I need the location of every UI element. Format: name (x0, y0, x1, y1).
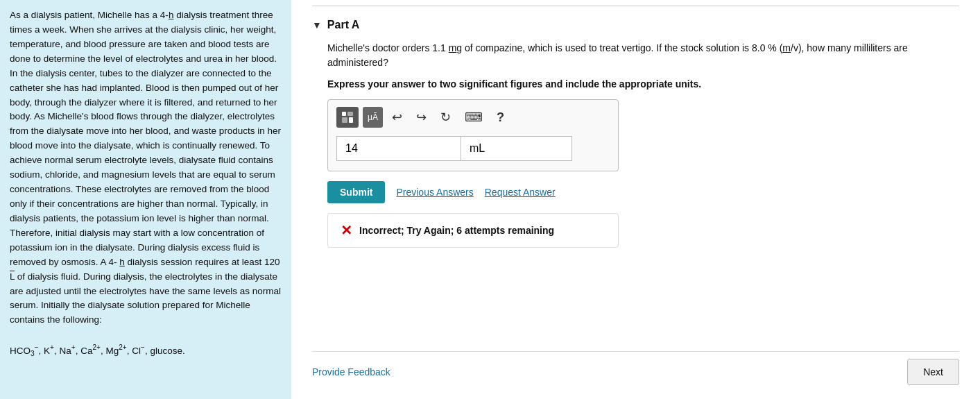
answer-value-input[interactable] (336, 136, 461, 161)
part-header: ▼ Part A (312, 19, 959, 31)
bottom-bar: Provide Feedback Next (312, 351, 959, 385)
submit-button[interactable]: Submit (327, 181, 385, 203)
incorrect-icon: ✕ (341, 222, 352, 239)
answer-container: μÃ ↩ ↪ ↻ ⌨ ? (327, 99, 619, 171)
feedback-text: Incorrect; Try Again; 6 attempts remaini… (359, 225, 554, 236)
request-answer-button[interactable]: Request Answer (485, 187, 556, 198)
answer-units-input[interactable] (461, 136, 572, 161)
right-panel: ▼ Part A Michelle's doctor orders 1.1 mg… (291, 0, 980, 399)
svg-rect-3 (349, 117, 353, 123)
instruction-text: Express your answer to two significant f… (327, 78, 959, 90)
grid-icon-button[interactable] (336, 107, 359, 128)
feedback-box: ✕ Incorrect; Try Again; 6 attempts remai… (327, 213, 619, 248)
top-divider (312, 6, 959, 6)
toolbar: μÃ ↩ ↪ ↻ ⌨ ? (336, 107, 610, 128)
keyboard-button[interactable]: ⌨ (460, 107, 488, 128)
refresh-button[interactable]: ↻ (436, 107, 456, 128)
context-text: As a dialysis patient, Michelle has a 4-… (10, 8, 282, 359)
question-text: Michelle's doctor orders 1.1 mg of compa… (327, 41, 959, 70)
provide-feedback-button[interactable]: Provide Feedback (312, 366, 390, 377)
part-arrow[interactable]: ▼ (312, 19, 322, 31)
input-row (336, 136, 610, 161)
svg-rect-2 (342, 117, 347, 123)
help-button[interactable]: ? (492, 107, 509, 128)
undo-button[interactable]: ↩ (387, 107, 407, 128)
redo-button[interactable]: ↪ (411, 107, 431, 128)
svg-rect-0 (342, 112, 346, 116)
previous-answers-button[interactable]: Previous Answers (396, 187, 473, 198)
svg-rect-1 (347, 112, 353, 116)
action-row: Submit Previous Answers Request Answer (327, 181, 959, 203)
next-button[interactable]: Next (907, 359, 959, 385)
mu-label: μÃ (368, 112, 378, 122)
left-panel: As a dialysis patient, Michelle has a 4-… (0, 0, 291, 399)
part-title: Part A (327, 19, 360, 31)
mu-button[interactable]: μÃ (363, 107, 383, 128)
